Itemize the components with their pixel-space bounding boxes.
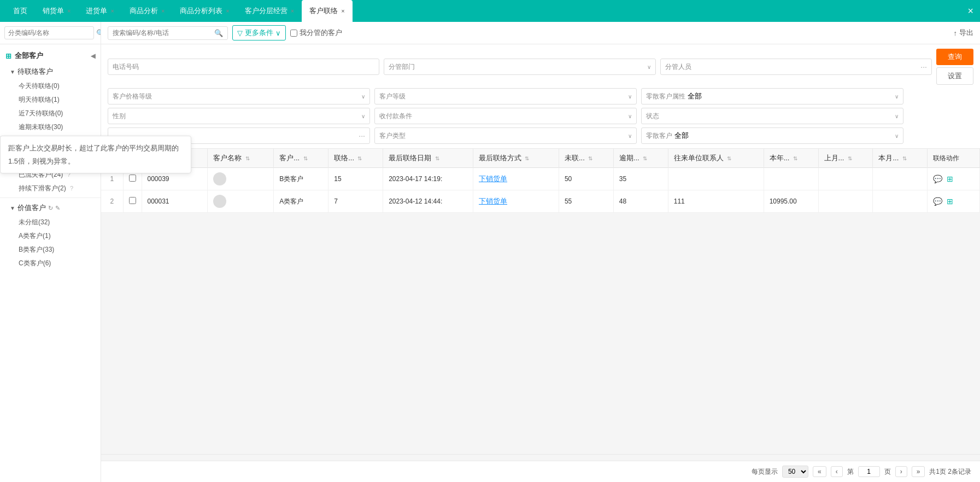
setting-button[interactable]: 设置	[936, 67, 973, 85]
th-last-contact-method: 最后联络方式 ⇅	[473, 149, 559, 168]
row-thismonth-2	[873, 190, 928, 213]
filter-gender[interactable]: 性别 ∨	[108, 108, 370, 124]
th-action: 联络动作	[928, 149, 980, 168]
main-search-input[interactable]	[113, 29, 214, 37]
help-icon4[interactable]: ?	[70, 185, 73, 191]
filter-customer-type[interactable]: 客户类型 ∨	[374, 127, 637, 144]
sort-icon-uncontacted[interactable]: ⇅	[588, 155, 592, 161]
filter-retail-attr[interactable]: 零散客户属性 全部 ∨	[641, 88, 903, 104]
row-name-2	[208, 190, 274, 213]
sort-icon-lastmonth[interactable]: ⇅	[848, 155, 852, 161]
filter-retail-customer[interactable]: 零散客户 全部 ∨	[641, 127, 903, 144]
sort-icon-contact[interactable]: ⇅	[357, 155, 362, 161]
person-more-icon[interactable]: ···	[920, 62, 927, 71]
row-name-1	[208, 168, 274, 190]
last-page-btn[interactable]: »	[912, 466, 925, 477]
sidebar-search-icon[interactable]: 🔍	[96, 29, 101, 37]
nav-purchase-close[interactable]: ×	[110, 8, 114, 14]
th-customer-type: 客户... ⇅	[274, 149, 328, 168]
window-close-button[interactable]: ×	[967, 5, 973, 17]
next-page-btn[interactable]: ›	[895, 466, 907, 477]
sidebar-search-input[interactable]	[4, 26, 94, 39]
filter-payment[interactable]: 收付款条件 ∨	[374, 108, 637, 124]
row-checkbox-2[interactable]	[129, 197, 136, 204]
nav-product-analysis[interactable]: 商品分析 ×	[122, 0, 172, 22]
top-navigation: 首页 销货单 × 进货单 × 商品分析 × 商品分析列表 × 客户分层经营 × …	[0, 0, 980, 22]
sidebar-item-class-b[interactable]: B类客户(33)	[5, 243, 101, 257]
sort-icon-date[interactable]: ⇅	[435, 155, 439, 161]
action-more-icon-2[interactable]: ⊞	[947, 197, 953, 206]
row-cb-2	[123, 190, 142, 213]
sort-icon-contacts[interactable]: ⇅	[727, 155, 731, 161]
row-last-method-2: 下销货单	[473, 190, 559, 213]
method-link-2[interactable]: 下销货单	[479, 197, 507, 205]
sidebar-item-class-c[interactable]: C类客户(6)	[5, 257, 101, 270]
more-conditions-btn[interactable]: ▽ 更多条件 ∨	[232, 25, 286, 40]
nav-sales-order[interactable]: 销货单 ×	[35, 0, 78, 22]
sidebar-item-today[interactable]: 今天待联络(0)	[5, 79, 101, 93]
filter-status[interactable]: 状态 ∨	[641, 108, 903, 124]
first-page-btn[interactable]: «	[813, 466, 826, 477]
tooltip-box: 距客户上次交易时长，超过了此客户的平均交易周期的1.5倍，则视为异常。	[0, 136, 101, 173]
nav-sales-order-close[interactable]: ×	[67, 8, 71, 14]
filter-price-level[interactable]: 客户价格等级 ∨	[108, 88, 370, 104]
sort-icon-overdue[interactable]: ⇅	[643, 155, 647, 161]
row-type-1: B类客户	[274, 168, 328, 190]
query-button[interactable]: 查询	[936, 49, 973, 65]
sidebar-item-declining[interactable]: 持续下滑客户(2) ?	[5, 182, 101, 195]
edit-icon[interactable]: ✎	[55, 205, 60, 212]
sidebar-collapse-icon[interactable]: ◀	[91, 53, 95, 60]
action-contact-icon-1[interactable]: 💬	[933, 175, 942, 183]
sort-icon-name[interactable]: ⇅	[245, 155, 250, 161]
nav-product-analysis-list[interactable]: 商品分析列表 ×	[172, 0, 237, 22]
sort-icon-thismonth[interactable]: ⇅	[902, 155, 907, 161]
retail-customer-dropdown-icon: ∨	[895, 133, 899, 139]
sort-icon-type[interactable]: ⇅	[303, 155, 308, 161]
prev-page-btn[interactable]: ‹	[831, 466, 843, 477]
sidebar-all-customers[interactable]: ⊞ 全部客户 ◀	[0, 48, 101, 64]
filter-phone[interactable]: 电话号码	[108, 59, 379, 75]
sidebar-item-tomorrow[interactable]: 明天待联络(1)	[5, 93, 101, 107]
row-checkbox-1[interactable]	[129, 175, 136, 182]
table-row: 1 000039 B类客户 15 2023-04-17 14:19: 下销货单	[101, 168, 980, 190]
action-contact-icon-2[interactable]: 💬	[933, 197, 942, 206]
sort-icon-method[interactable]: ⇅	[525, 155, 529, 161]
page-number-input[interactable]	[858, 466, 880, 477]
row-thismonth-1	[873, 168, 928, 190]
nav-customer-tier[interactable]: 客户分层经营 ×	[237, 0, 302, 22]
sidebar-item-class-a[interactable]: A类客户(1)	[5, 229, 101, 243]
method-link-1[interactable]: 下销货单	[479, 175, 507, 183]
my-customers-checkbox[interactable]: 我分管的客户	[290, 28, 342, 38]
sidebar-item-7days[interactable]: 近7天待联络(0)	[5, 107, 101, 120]
nav-customer-contact-close[interactable]: ×	[341, 8, 344, 14]
export-button[interactable]: ↑ 导出	[954, 28, 974, 38]
search-icon[interactable]: 🔍	[214, 29, 223, 37]
advanced-filter: 电话号码 分管部门 ∨ 分管人员 ··· 查询 设置 客户价格等级	[101, 44, 980, 149]
nav-home[interactable]: 首页	[5, 0, 35, 22]
refresh-icon[interactable]: ↻	[48, 205, 53, 212]
table-header-row: ⚙ 客户编码 ⇅ 客户名称 ⇅	[101, 149, 980, 168]
nav-product-list-close[interactable]: ×	[226, 8, 229, 14]
nav-product-analysis-close[interactable]: ×	[161, 8, 165, 14]
sidebar-item-overdue[interactable]: 逾期未联络(30)	[5, 120, 101, 134]
nav-purchase-order[interactable]: 进货单 ×	[78, 0, 121, 22]
nav-customer-contact[interactable]: 客户联络 ×	[302, 0, 352, 22]
filter-customer-level[interactable]: 客户等级 ∨	[374, 88, 637, 104]
th-contact-count: 联络... ⇅	[328, 149, 383, 168]
filter-person[interactable]: 分管人员 ···	[660, 59, 932, 75]
horizontal-scrollbar[interactable]	[101, 454, 980, 461]
action-more-icon-1[interactable]: ⊞	[947, 175, 953, 183]
page-size-select[interactable]: 50	[782, 466, 808, 478]
sidebar-item-ungrouped[interactable]: 未分组(32)	[5, 216, 101, 229]
more-dots-icon[interactable]: ···	[359, 131, 365, 140]
row-uncontacted-1: 50	[559, 168, 613, 190]
sidebar-section-value-title[interactable]: ▼ 价值客户 ↻ ✎	[5, 200, 101, 216]
sort-icon-year[interactable]: ⇅	[793, 155, 797, 161]
my-customers-check[interactable]	[290, 30, 297, 37]
nav-customer-tier-close[interactable]: ×	[291, 8, 294, 14]
filter-dept[interactable]: 分管部门 ∨	[384, 59, 655, 75]
arrow-down-icon3: ▼	[10, 205, 15, 211]
sidebar-section-pending-title[interactable]: ▼ 待联络客户	[5, 64, 101, 79]
th-this-month: 本月... ⇅	[873, 149, 928, 168]
status-dropdown-icon: ∨	[895, 113, 899, 119]
